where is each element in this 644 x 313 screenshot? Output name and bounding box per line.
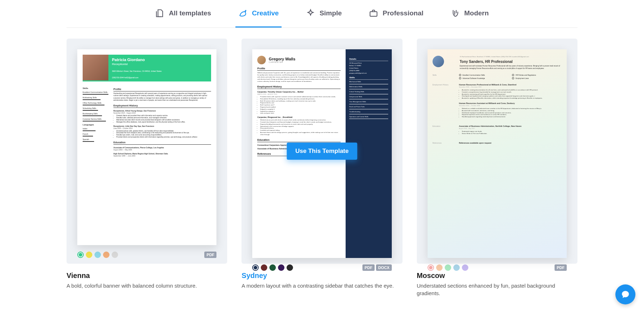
category-tabs: All templates Creative Simple Profession…	[67, 0, 577, 28]
template-name[interactable]: Sydney	[241, 272, 402, 280]
resume-preview: 74 Rochambeaud Drive, Stamford, CT 06901…	[428, 49, 567, 258]
color-swatches	[428, 264, 468, 271]
template-desc: A bold, colorful banner with balanced co…	[67, 282, 227, 289]
tab-professional[interactable]: Professional	[366, 0, 426, 28]
documents-icon	[155, 9, 165, 18]
color-swatch[interactable]	[445, 264, 451, 271]
template-name[interactable]: Vienna	[67, 272, 227, 280]
color-swatch[interactable]	[428, 264, 434, 271]
color-swatch[interactable]	[287, 264, 293, 271]
sparkle-icon	[306, 9, 315, 18]
preview-box[interactable]: Gregory WallsCARPENTER Profile Skilled a…	[241, 39, 402, 264]
rock-icon	[451, 9, 460, 18]
color-swatch[interactable]	[94, 252, 101, 258]
template-desc: A modern layout with a contrasting sideb…	[241, 282, 402, 289]
svg-rect-0	[370, 12, 377, 16]
tab-simple[interactable]: Simple	[303, 0, 345, 28]
template-name[interactable]: Moscow	[417, 272, 577, 280]
color-swatch[interactable]	[86, 252, 92, 258]
tab-modern[interactable]: Modern	[448, 0, 492, 28]
tab-all-templates[interactable]: All templates	[152, 0, 214, 28]
format-badge-pdf: PDF	[362, 264, 375, 271]
format-badge-pdf: PDF	[204, 252, 216, 258]
preview-box[interactable]: Patricia Giordano Receptionist 3620 Elli…	[67, 39, 227, 264]
format-badge-pdf: PDF	[555, 264, 567, 271]
color-swatch[interactable]	[436, 264, 443, 271]
color-swatch[interactable]	[112, 252, 118, 258]
format-badge-docx: DOCX	[376, 264, 392, 271]
color-swatch[interactable]	[77, 252, 84, 258]
color-swatches	[77, 252, 118, 258]
template-card-moscow: 74 Rochambeaud Drive, Stamford, CT 06901…	[417, 39, 577, 297]
template-desc: Understated sections enhanced by fun, pa…	[417, 282, 577, 297]
avatar	[83, 55, 108, 80]
color-swatch[interactable]	[453, 264, 460, 271]
color-swatches	[252, 264, 293, 271]
use-template-button[interactable]: Use This Template	[287, 143, 357, 160]
template-grid: Patricia Giordano Receptionist 3620 Elli…	[67, 28, 577, 297]
color-swatch[interactable]	[269, 264, 276, 271]
color-swatch[interactable]	[261, 264, 267, 271]
chat-icon	[621, 290, 630, 297]
color-swatch[interactable]	[278, 264, 284, 271]
color-swatch[interactable]	[462, 264, 468, 271]
color-swatch[interactable]	[103, 252, 109, 258]
preview-box[interactable]: 74 Rochambeaud Drive, Stamford, CT 06901…	[417, 39, 577, 264]
color-swatch[interactable]	[252, 264, 259, 271]
template-card-vienna: Patricia Giordano Receptionist 3620 Elli…	[67, 39, 227, 297]
avatar	[257, 56, 266, 64]
resume-preview: Patricia Giordano Receptionist 3620 Elli…	[77, 49, 216, 245]
template-card-sydney: Gregory WallsCARPENTER Profile Skilled a…	[241, 39, 402, 297]
tab-creative[interactable]: Creative	[235, 0, 282, 28]
briefcase-icon	[369, 9, 378, 18]
avatar	[433, 56, 444, 67]
chat-button[interactable]	[615, 284, 635, 297]
unicorn-icon	[238, 9, 248, 18]
